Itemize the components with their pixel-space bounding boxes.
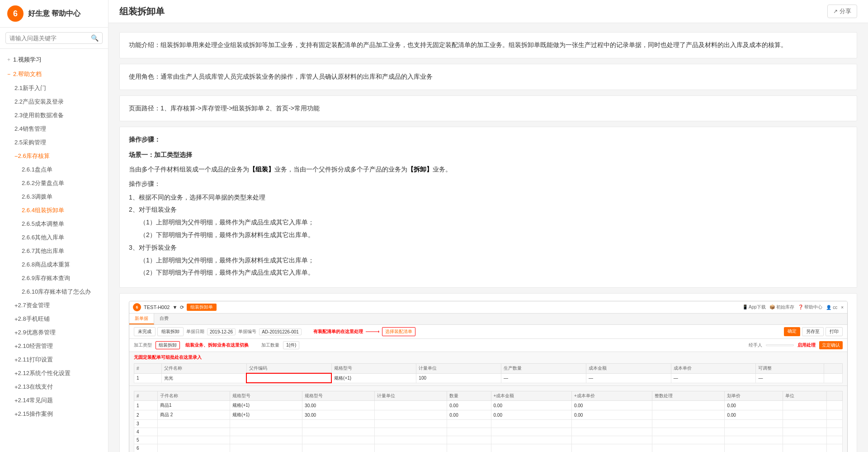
sidebar-sub-2-6-9[interactable]: 2.6.9库存账本查询: [0, 271, 108, 285]
mock-dropdown-icon: ▼: [172, 305, 177, 310]
search-box: 🔍: [5, 32, 103, 44]
step-1: 1、根据不同的业务，选择不同单据的类型来处理: [129, 192, 848, 203]
mock-tab-create[interactable]: 新单据: [129, 314, 154, 324]
sidebar: 6 好生意 帮助中心 🔍 + 1.视频学习 − 2.帮助文档 2.1新手入门 2…: [0, 0, 108, 452]
mock-lower-table-area: # 子件名称 规格型号 规格型号 计量单位 数量 +成本金额 +成本单价 整数处…: [129, 386, 847, 452]
sidebar-sub-2-6-6[interactable]: 2.6.6其他入库单: [0, 231, 108, 244]
sidebar-sub-2-8[interactable]: + 2.8手机旺铺: [0, 312, 108, 326]
sidebar-sub-2-6[interactable]: − 2.6库存核算: [0, 149, 108, 163]
mock-init-stock: 📦 初始库存: [769, 304, 794, 310]
sidebar-sub-2-11[interactable]: + 2.11打印设置: [0, 353, 108, 366]
sidebar-sub-2-14[interactable]: + 2.14常见问题: [0, 394, 108, 407]
sidebar-sub-2-6-3[interactable]: 2.6.3调拨单: [0, 190, 108, 204]
mock-processor[interactable]: [766, 344, 794, 346]
lower-table-row-6: 6: [134, 444, 843, 452]
lower-table-row-2: 2 商品 2 规格(+1) 30.00 0.00 0.00 0.00 0.00: [134, 410, 843, 420]
sidebar-sub-2-9[interactable]: + 2.9优惠券管理: [0, 326, 108, 339]
step-3: 3、对于拆装业务: [129, 243, 848, 253]
sidebar-sub-2-6-5[interactable]: 2.6.5成本调整单: [0, 217, 108, 231]
mock-btn-final-confirm[interactable]: 立定确认: [819, 341, 843, 349]
annotation-4: 无固定装配单可组批处在这里录入: [134, 354, 843, 361]
path-section: 页面路径：1、库存核算->库存管理->组装拆卸单 2、首页->常用功能: [119, 95, 857, 122]
mock-upper-table: # 父件名称 父件编码 规格型号 计量单位 生产数量 成本金额 成本单价 可调整: [134, 363, 843, 383]
sidebar-sub-2-12[interactable]: + 2.12系统个性化设置: [0, 366, 108, 380]
sidebar-item-video[interactable]: + 1.视频学习: [0, 52, 108, 67]
sidebar-sub-2-13[interactable]: + 2.13在线支付: [0, 380, 108, 394]
sidebar-item-docs[interactable]: − 2.帮助文档: [0, 67, 108, 81]
logo-icon: 6: [7, 5, 24, 22]
logo-text: 好生意 帮助中心: [28, 9, 80, 19]
annotation-2: 组装业务、拆卸业务在这里切换: [185, 342, 249, 348]
mock-active-tab[interactable]: 组装拆卸单: [187, 304, 217, 311]
sidebar-item-label: 2.帮助文档: [13, 70, 42, 78]
mock-btn-type[interactable]: 组装拆卸: [157, 327, 184, 336]
mock-app-download: 📱 App下载: [742, 304, 766, 310]
mock-btn-print[interactable]: 打印: [826, 327, 843, 336]
mock-number[interactable]: AD-20191226-001: [259, 328, 302, 335]
steps-title: 操作步骤：: [129, 134, 848, 145]
sidebar-sub-2-6-8[interactable]: 2.6.8商品成本重算: [0, 258, 108, 271]
mock-refresh-icon: ⟳: [180, 305, 184, 310]
lower-table-row-3: 3: [134, 420, 843, 428]
steps-section: 操作步骤： 场景一：加工类型选择 当由多个子件材料组装成一个成品的业务为【组装】…: [119, 127, 857, 288]
share-button[interactable]: ↗ 分享: [827, 5, 857, 18]
mock-btn-confirm[interactable]: 确定: [784, 327, 800, 336]
step-2-2: （2）下部明细为子件明细，最终作为原材料生成其它出库单。: [129, 230, 848, 241]
mock-cc: 👤 cc: [826, 305, 837, 310]
collapse-icon: −: [7, 71, 10, 77]
mock-app-header: 6 TEST-H002 ▼ ⟳ 组装拆卸单 📱 App下载 📦 初始库存 ❓ 帮…: [129, 301, 847, 314]
main-area: 组装拆卸单 ↗ 分享 功能介绍：组装拆卸单用来处理企业组装或拆卸等加工业务，支持…: [108, 0, 868, 452]
step-2: 2、对于组装业务: [129, 205, 848, 215]
screenshot-section: 6 TEST-H002 ▼ ⟳ 组装拆卸单 📱 App下载 📦 初始库存 ❓ 帮…: [119, 293, 857, 452]
scene1-desc: 当由多个子件材料组装成一个成品的业务为【组装】业务，当由一个父件拆分成多个子产品…: [129, 164, 848, 175]
sidebar-sub-2-1[interactable]: 2.1新手入门: [0, 81, 108, 95]
sidebar-sub-2-6-10[interactable]: 2.6.10库存账本错了怎么办: [0, 285, 108, 299]
sidebar-sub-2-10[interactable]: + 2.10经营管理: [0, 339, 108, 353]
top-bar: 组装拆卸单 ↗ 分享: [108, 0, 868, 23]
lower-table-row-5: 5: [134, 436, 843, 444]
mock-date[interactable]: 2019-12-26: [207, 328, 236, 335]
lower-table-row-4: 4: [134, 428, 843, 436]
mock-form-row: 加工类型 组装拆卸 组装业务、拆卸业务在这里切换 加工数量 1(件) 经手人 启…: [129, 339, 847, 352]
sidebar-sub-2-6-7[interactable]: 2.6.7其他出库单: [0, 244, 108, 258]
mock-qty[interactable]: 1(件): [283, 341, 299, 349]
mock-btn-save-as[interactable]: 另存至: [802, 327, 824, 336]
sidebar-sub-2-15[interactable]: + 2.15操作案例: [0, 407, 108, 421]
step-3-1: （1）上部明细为父件明细，最终作为原材料生成其它出库单；: [129, 255, 848, 266]
page-title: 组装拆卸单: [119, 5, 165, 18]
intro-section: 功能介绍：组装拆卸单用来处理企业组装或拆卸等加工业务，支持有固定装配清单的产品加…: [119, 32, 857, 58]
sidebar-sub-2-6-4[interactable]: 2.6.4组装拆卸单: [0, 204, 108, 217]
mock-btn-incomplete[interactable]: 未完成: [134, 327, 156, 336]
role-section: 使用角色：通常由生产人员或库管人员完成拆装业务的操作，库管人员确认原材料的出库和…: [119, 64, 857, 90]
sidebar-sub-2-5[interactable]: 2.5采购管理: [0, 136, 108, 149]
mock-close[interactable]: ×: [841, 305, 844, 310]
mock-logo: 6: [133, 303, 141, 311]
mock-process-type[interactable]: 组装拆卸: [156, 341, 180, 349]
lower-table-row-1: 1 商品1 规格(+1) 30.00 0.00 0.00 0.00 0.00: [134, 401, 843, 410]
sidebar-sub-2-4[interactable]: 2.4销售管理: [0, 122, 108, 136]
mock-tabs-row: 新单据 自费: [129, 314, 847, 325]
annotation-arrow-1: [366, 329, 379, 334]
mock-tab-list[interactable]: 自费: [154, 314, 174, 324]
mock-company: TEST-H002: [144, 305, 170, 310]
path-text: 页面路径：1、库存核算->库存管理->组装拆卸单 2、首页->常用功能: [129, 103, 848, 114]
annotation-3: 启用处理: [797, 342, 816, 348]
sidebar-sub-2-6-2[interactable]: 2.6.2分量盘点单: [0, 176, 108, 190]
mock-lower-table: # 子件名称 规格型号 规格型号 计量单位 数量 +成本金额 +成本单价 整数处…: [134, 391, 843, 452]
search-icon[interactable]: 🔍: [91, 34, 99, 42]
search-input[interactable]: [9, 35, 91, 42]
svg-marker-1: [378, 330, 379, 333]
mock-toolbar: 未完成 组装拆卸 单据日期 2019-12-26 单据编号 AD-2019122…: [129, 325, 847, 339]
share-icon: ↗: [833, 8, 838, 14]
annotation-1: 有装配清单的在这里处理: [313, 328, 363, 335]
mock-help: ❓ 帮助中心: [798, 304, 823, 310]
sidebar-sub-2-6-1[interactable]: 2.6.1盘点单: [0, 163, 108, 176]
sidebar-sub-2-2[interactable]: 2.2产品安装及登录: [0, 95, 108, 109]
intro-text: 功能介绍：组装拆卸单用来处理企业组装或拆卸等加工业务，支持有固定装配清单的产品加…: [129, 40, 848, 51]
role-text: 使用角色：通常由生产人员或库管人员完成拆装业务的操作，库管人员确认原材料的出库和…: [129, 71, 848, 82]
mock-btn-select-bom[interactable]: 选择装配清单: [382, 327, 415, 336]
sidebar-sub-2-3[interactable]: 2.3使用前数据准备: [0, 109, 108, 122]
expand-icon: +: [7, 57, 10, 63]
sidebar-sub-2-7[interactable]: + 2.7资金管理: [0, 299, 108, 312]
scene1-title: 场景一：加工类型选择: [129, 150, 848, 161]
